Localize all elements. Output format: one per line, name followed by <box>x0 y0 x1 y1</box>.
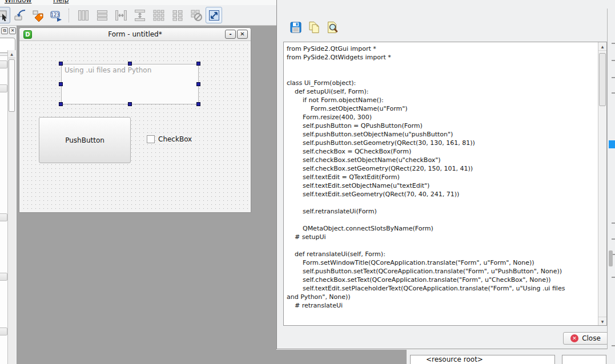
selection-handle[interactable] <box>196 102 200 106</box>
edit-buddies-icon <box>31 9 45 22</box>
selected-row-highlight[interactable] <box>609 140 615 148</box>
form-editor-window: D Form - untitled* - ✕ Using .ui files a… <box>19 27 251 213</box>
selection-handle[interactable] <box>128 102 132 106</box>
adjust-size-tool[interactable] <box>206 7 222 23</box>
break-layout-tool[interactable] <box>188 7 204 23</box>
code-line: class Ui_Form(object): <box>287 79 597 87</box>
edit-tab-order-tool[interactable]: 123 <box>48 7 65 23</box>
menu-help[interactable]: Help <box>53 0 69 4</box>
code-line <box>287 70 597 79</box>
minimize-button[interactable]: - <box>225 30 236 39</box>
layout-vertical-splitter-tool[interactable] <box>131 7 148 23</box>
code-line: self.pushButton.setText(QCoreApplication… <box>287 267 597 276</box>
edit-widgets-tool[interactable] <box>0 7 10 23</box>
code-line: def retranslateUi(self, Form): <box>287 250 597 258</box>
selection-handle[interactable] <box>59 82 63 86</box>
code-view[interactable]: from PySide2.QtGui import *from PySide2.… <box>283 42 607 326</box>
adjust-size-icon <box>207 9 221 22</box>
edit-signals-slots-icon <box>13 9 27 22</box>
selection-handle[interactable] <box>196 62 200 66</box>
resource-tree-panel[interactable]: <resource root> <box>410 355 555 364</box>
code-line: self.textEdit = QTextEdit(Form) <box>287 173 597 181</box>
layout-vertical-icon <box>95 9 109 22</box>
checkbox-indicator[interactable] <box>147 135 155 143</box>
row-mark <box>612 345 615 346</box>
code-line <box>287 199 597 207</box>
layout-grid-icon <box>152 9 166 22</box>
selection-handle[interactable] <box>128 62 132 66</box>
code-line: self.textEdit.setPlaceholderText(QCoreAp… <box>287 284 597 293</box>
scrollbar-thumb[interactable] <box>599 53 606 106</box>
widget-box-scrollbar[interactable]: ▲ <box>7 50 15 364</box>
close-icon: ✕ <box>570 334 578 342</box>
widget-category-item[interactable] <box>0 60 7 68</box>
checkbox-widget[interactable]: CheckBox <box>147 135 192 143</box>
mdi-area-lower <box>276 350 407 364</box>
close-window-button[interactable]: ✕ <box>237 30 248 39</box>
layout-horizontal-splitter-tool[interactable] <box>112 7 129 23</box>
layout-form-tool[interactable] <box>169 7 186 23</box>
code-line: self.pushButton.setGeometry(QRect(30, 13… <box>287 139 597 147</box>
main-toolbar: 123 <box>0 5 276 26</box>
resource-root-item[interactable]: <resource root> <box>426 355 483 363</box>
selection-handle[interactable] <box>59 62 63 66</box>
form-window-titlebar[interactable]: D Form - untitled* - ✕ <box>19 28 251 41</box>
code-line: self.checkBox.setGeometry(QRect(220, 150… <box>287 164 597 173</box>
layout-horizontal-icon <box>77 9 90 22</box>
code-line: self.textEdit.setObjectName(u"textEdit") <box>287 181 597 190</box>
resource-list-panel[interactable] <box>562 355 606 364</box>
svg-text:123: 123 <box>50 12 59 17</box>
pushbutton-widget[interactable]: PushButton <box>39 117 131 163</box>
menu-bar: Window Help <box>0 0 276 5</box>
code-line: and Python", None)) <box>287 293 597 301</box>
widget-category-item[interactable] <box>0 327 7 335</box>
selection-handle[interactable] <box>59 102 63 106</box>
layout-vertical-splitter-icon <box>133 9 147 22</box>
code-line: self.retranslateUi(Form) <box>287 207 597 216</box>
layout-vertical-tool[interactable] <box>94 7 110 23</box>
form-canvas[interactable]: Using .ui files and Python PushButton Ch… <box>20 41 251 212</box>
layout-grid-tool[interactable] <box>150 7 167 23</box>
scrollbar-thumb[interactable] <box>609 250 613 266</box>
scroll-up-icon[interactable]: ▲ <box>8 50 15 58</box>
edit-signals-slots-tool[interactable] <box>11 7 28 23</box>
dock-float-button[interactable]: ⧉ <box>1 27 8 34</box>
break-layout-icon <box>190 9 203 22</box>
find-button[interactable] <box>325 21 340 35</box>
code-line <box>287 216 597 224</box>
code-line: from PySide2.QtGui import * <box>287 45 597 53</box>
widget-category-item[interactable] <box>0 213 7 221</box>
code-line <box>287 241 597 250</box>
selection-handle[interactable] <box>196 82 200 86</box>
widget-category-item[interactable] <box>0 84 7 92</box>
textedit-widget[interactable]: Using .ui files and Python <box>61 64 199 104</box>
widget-category-item[interactable] <box>0 273 7 281</box>
layout-horizontal-tool[interactable] <box>75 7 91 23</box>
checkbox-label: CheckBox <box>158 135 192 143</box>
dock-close-button[interactable]: ✕ <box>9 27 16 34</box>
copy-button[interactable] <box>307 21 322 35</box>
save-button[interactable] <box>289 21 304 35</box>
menu-window[interactable]: Window <box>5 0 31 4</box>
close-button[interactable]: ✕ Close <box>563 332 608 345</box>
layout-form-icon <box>171 9 184 22</box>
code-line: if not Form.objectName(): <box>287 96 597 104</box>
scroll-down-icon[interactable]: ▼ <box>598 317 606 325</box>
form-window-title: Form - untitled* <box>19 30 251 38</box>
row-mark <box>612 77 615 78</box>
resource-browser-window: <resource root> <box>407 350 615 364</box>
edit-buddies-tool[interactable] <box>30 7 46 23</box>
code-scrollbar[interactable]: ▲ ▼ <box>598 42 606 325</box>
code-line: from PySide2.QtWidgets import * <box>287 53 597 62</box>
code-line: self.pushButton.setObjectName(u"pushButt… <box>287 130 597 139</box>
toolbar-separator <box>69 9 69 22</box>
row-mark <box>612 223 615 224</box>
textedit-placeholder: Using .ui files and Python <box>65 66 151 74</box>
scroll-up-icon[interactable]: ▲ <box>598 42 606 51</box>
code-preview-dialog: from PySide2.QtGui import *from PySide2.… <box>276 0 615 349</box>
code-line <box>287 62 597 70</box>
scrollbar-thumb[interactable] <box>9 59 15 112</box>
save-icon <box>289 21 303 34</box>
qt-designer-app: Window Help 1 <box>0 0 615 364</box>
find-icon <box>325 21 339 34</box>
